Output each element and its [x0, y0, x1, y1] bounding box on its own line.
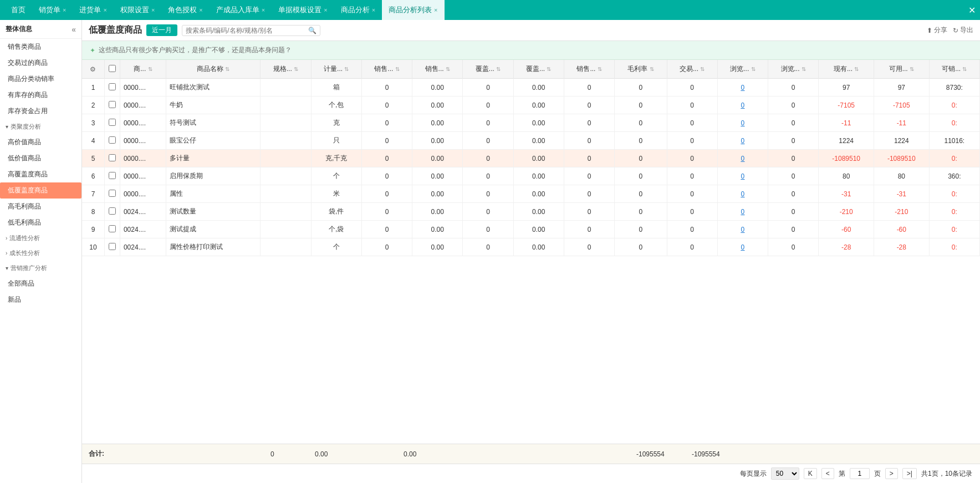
- row-name: 测试数量: [166, 203, 260, 221]
- row-select-checkbox[interactable]: [109, 83, 116, 90]
- info-banner: ✦ 这些商品只有很少客户购买过，是推广不够，还是商品本身问题？: [82, 41, 980, 60]
- page-number-input[interactable]: [850, 468, 870, 479]
- nav-tab-finished-goods[interactable]: 产成品入库单 ×: [210, 0, 272, 20]
- sidebar-item-new-goods[interactable]: 新品: [0, 292, 81, 308]
- column-code: 商... ⇅: [120, 60, 166, 79]
- sidebar-item-high-coverage[interactable]: 高覆盖度商品: [0, 166, 81, 182]
- row-select-checkbox[interactable]: [109, 101, 116, 108]
- close-icon[interactable]: ×: [103, 7, 106, 13]
- close-icon[interactable]: ×: [199, 7, 202, 13]
- arrow-icon: ▾: [6, 265, 8, 271]
- row-browse1[interactable]: 0: [717, 221, 768, 238]
- search-icon[interactable]: 🔍: [308, 27, 317, 34]
- row-sales-amt: 0.00: [412, 203, 463, 221]
- sidebar-item-all-goods[interactable]: 全部商品: [0, 276, 81, 292]
- export-button[interactable]: ↻ 导出: [953, 26, 973, 35]
- close-all-icon[interactable]: ✕: [968, 5, 976, 16]
- row-sales3: 0: [564, 167, 614, 185]
- select-all-checkbox[interactable]: [109, 65, 116, 72]
- row-margin: 0: [615, 132, 667, 150]
- content-area: 低覆盖度商品 近一月 🔍 ⬆ 分享 ↻ 导出 ✦ 这些商品只有很少客户购买过，是…: [82, 20, 980, 483]
- close-icon[interactable]: ×: [151, 7, 155, 13]
- page-size-label: 每页显示: [740, 469, 767, 479]
- row-cover1: 0: [463, 150, 513, 167]
- total-current-stock: -1095554: [636, 450, 681, 458]
- sidebar-item-low-margin[interactable]: 低毛利商品: [0, 215, 81, 231]
- nav-tab-sales[interactable]: 销货单 ×: [32, 0, 73, 20]
- time-filter-button[interactable]: 近一月: [146, 24, 177, 36]
- sidebar-item-category-rate[interactable]: 商品分类动销率: [0, 71, 81, 87]
- sidebar-item-capital-usage[interactable]: 库存资金占用: [0, 103, 81, 119]
- close-icon[interactable]: ×: [262, 7, 265, 13]
- row-select-checkbox[interactable]: [109, 136, 116, 144]
- row-checkbox[interactable]: [104, 150, 120, 167]
- sidebar-item-stocked-goods[interactable]: 有库存的商品: [0, 87, 81, 103]
- column-sales-qty: 销售... ⇅: [361, 60, 412, 79]
- row-select-checkbox[interactable]: [109, 119, 116, 126]
- sidebar-item-low-value[interactable]: 低价值商品: [0, 150, 81, 166]
- row-select-checkbox[interactable]: [109, 190, 116, 197]
- row-checkbox[interactable]: [104, 221, 120, 238]
- row-browse1[interactable]: 0: [717, 132, 768, 150]
- row-checkbox[interactable]: [104, 79, 120, 96]
- row-checkbox[interactable]: [104, 167, 120, 185]
- row-available-stock: 1224: [874, 132, 929, 150]
- row-checkbox[interactable]: [104, 203, 120, 221]
- row-select-checkbox[interactable]: [109, 243, 116, 250]
- row-name: 旺铺批次测试: [166, 79, 260, 96]
- page-size-select[interactable]: 50 20 100 200: [771, 467, 799, 480]
- close-icon[interactable]: ×: [324, 7, 327, 13]
- row-trade: 0: [667, 185, 717, 203]
- row-unit: 克: [311, 114, 361, 132]
- table-row: 10 0024.... 属性价格打印测试 个 0 0.00 0 0.00 0 0…: [82, 238, 980, 256]
- sidebar-section-circulation[interactable]: › 流通性分析: [0, 231, 81, 246]
- sidebar-item-high-value[interactable]: 高价值商品: [0, 134, 81, 150]
- last-page-button[interactable]: >|: [902, 468, 917, 479]
- nav-tab-purchase[interactable]: 进货单 ×: [73, 0, 113, 20]
- nav-tab-product-analysis-list[interactable]: 商品分析列表 ×: [382, 0, 444, 20]
- sidebar-section-cluster[interactable]: ▾ 类聚度分析: [0, 119, 81, 134]
- nav-tab-product-analysis[interactable]: 商品分析 ×: [334, 0, 382, 20]
- next-page-button[interactable]: >: [885, 468, 898, 479]
- sidebar-item-traded-goods[interactable]: 交易过的商品: [0, 55, 81, 71]
- sidebar-header: 整体信息 «: [0, 20, 81, 39]
- nav-tab-roles[interactable]: 角色授权 ×: [161, 0, 209, 20]
- share-button[interactable]: ⬆ 分享: [927, 26, 947, 35]
- row-select-checkbox[interactable]: [109, 225, 116, 232]
- sidebar-collapse-btn[interactable]: «: [72, 25, 76, 34]
- row-browse1[interactable]: 0: [717, 203, 768, 221]
- row-unit: 个: [311, 167, 361, 185]
- row-browse1[interactable]: 0: [717, 79, 768, 96]
- row-select-checkbox[interactable]: [109, 207, 116, 215]
- row-select-checkbox[interactable]: [109, 172, 116, 179]
- row-checkbox[interactable]: [104, 185, 120, 203]
- prev-page-button[interactable]: <: [821, 468, 834, 479]
- first-page-button[interactable]: K: [804, 468, 817, 479]
- row-browse1[interactable]: 0: [717, 185, 768, 203]
- sidebar-item-sales-goods[interactable]: 销售类商品: [0, 39, 81, 55]
- nav-tab-home[interactable]: 首页: [4, 0, 32, 20]
- row-checkbox[interactable]: [104, 238, 120, 256]
- row-checkbox[interactable]: [104, 114, 120, 132]
- row-browse1[interactable]: 0: [717, 150, 768, 167]
- row-checkbox[interactable]: [104, 132, 120, 150]
- table-body: 1 0000.... 旺铺批次测试 箱 0 0.00 0 0.00 0 0 0 …: [82, 79, 980, 256]
- nav-tab-permissions[interactable]: 权限设置 ×: [114, 0, 161, 20]
- close-icon[interactable]: ×: [63, 7, 66, 13]
- row-checkbox[interactable]: [104, 96, 120, 114]
- row-browse1[interactable]: 0: [717, 114, 768, 132]
- row-current-stock: -31: [819, 185, 874, 203]
- sidebar-item-low-coverage[interactable]: 低覆盖度商品: [0, 182, 81, 199]
- row-browse1[interactable]: 0: [717, 96, 768, 114]
- search-input[interactable]: [186, 27, 308, 34]
- sidebar-item-high-margin[interactable]: 高毛利商品: [0, 199, 81, 215]
- close-icon[interactable]: ×: [434, 7, 437, 13]
- row-browse1[interactable]: 0: [717, 238, 768, 256]
- sidebar-section-growth[interactable]: › 成长性分析: [0, 246, 81, 261]
- nav-tab-templates[interactable]: 单据模板设置 ×: [272, 0, 334, 20]
- column-settings[interactable]: ⚙: [82, 60, 104, 79]
- sidebar-section-marketing[interactable]: ▾ 营销推广分析: [0, 261, 81, 276]
- row-browse1[interactable]: 0: [717, 167, 768, 185]
- close-icon[interactable]: ×: [372, 7, 375, 13]
- row-select-checkbox[interactable]: [109, 154, 116, 161]
